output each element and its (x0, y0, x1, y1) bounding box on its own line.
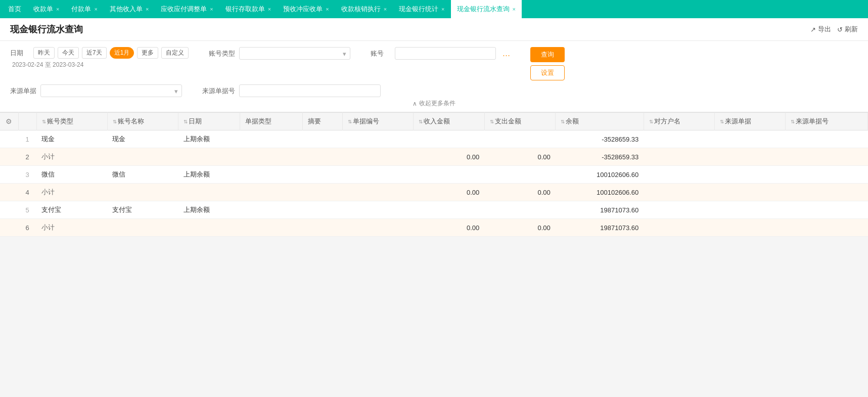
table-row: 1现金现金上期余额-3528659.33 (0, 130, 868, 148)
collapse-filter-row[interactable]: ∧ 收起更多条件 (10, 97, 858, 112)
query-button[interactable]: 查询 (530, 47, 565, 62)
nav-prepay-offset-close[interactable]: × (326, 7, 329, 12)
nav-cash-flow[interactable]: 现金银行流水查询 × (451, 0, 522, 18)
account-dots-icon[interactable]: … (502, 49, 510, 58)
cell-counterpart (644, 201, 714, 219)
cell-expense (484, 201, 555, 219)
col-account-name[interactable]: ⇅账号名称 (107, 113, 178, 130)
table-body: 1现金现金上期余额-3528659.332小计0.000.00-3528659.… (0, 130, 868, 237)
account-type-select[interactable] (239, 47, 350, 60)
cell-counterpart (644, 148, 714, 166)
nav-receipt-close[interactable]: × (56, 7, 59, 12)
cell-source_doc (715, 219, 786, 237)
sort-source-doc-num-icon: ⇅ (791, 119, 795, 124)
cell-row_num: 3 (18, 166, 36, 184)
date-btn-more[interactable]: 更多 (137, 47, 158, 59)
cell-source_doc_num (786, 148, 868, 166)
nav-other-income-close[interactable]: × (146, 7, 149, 12)
col-source-doc-num[interactable]: ⇅来源单据号 (786, 113, 868, 130)
col-income[interactable]: ⇅收入金额 (414, 113, 484, 130)
cell-summary (302, 219, 343, 237)
cell-counterpart (644, 219, 714, 237)
col-counterpart[interactable]: ⇅对方户名 (644, 113, 714, 130)
cell-source_doc_num (786, 201, 868, 219)
cell-account_name: 现金 (107, 130, 178, 148)
nav-ar-ap-adjust[interactable]: 应收应付调整单 × (155, 0, 219, 18)
cell-income (414, 201, 484, 219)
account-number-block: 账号 … (371, 47, 510, 60)
table-row: 6小计0.000.0019871073.60 (0, 219, 868, 237)
cell-source_doc_num (786, 130, 868, 148)
sort-date-icon: ⇅ (184, 119, 188, 124)
date-btn-7days[interactable]: 近7天 (82, 47, 107, 59)
export-button[interactable]: ↗ 导出 (810, 25, 831, 34)
date-btn-1month[interactable]: 近1月 (110, 47, 134, 59)
source-doc-select[interactable] (40, 84, 182, 97)
page-title: 现金银行流水查询 (10, 23, 83, 35)
account-input[interactable] (395, 47, 496, 60)
date-filter-buttons: 昨天 今天 近7天 近1月 更多 自定义 (33, 47, 189, 59)
nav-receipt-verify-close[interactable]: × (384, 7, 387, 12)
date-btn-custom[interactable]: 自定义 (161, 47, 189, 59)
nav-prepay-offset[interactable]: 预收冲应收单 × (277, 0, 335, 18)
nav-payment[interactable]: 付款单 × (65, 0, 103, 18)
sort-source-doc-icon: ⇅ (720, 119, 724, 124)
cell-doc_number (343, 219, 414, 237)
collapse-up-icon: ∧ (413, 100, 417, 107)
data-table: ⚙ ⇅账号类型 ⇅账号名称 ⇅日期 单据类型 摘要 ⇅单据编号 ⇅收入 (0, 112, 868, 237)
nav-bank-deposit-close[interactable]: × (268, 7, 271, 12)
sort-balance-icon: ⇅ (561, 119, 565, 124)
sort-account-name-icon: ⇅ (113, 119, 117, 124)
cell-summary (302, 184, 343, 201)
sort-counterpart-icon: ⇅ (649, 119, 653, 124)
refresh-button[interactable]: ↺ 刷新 (837, 25, 858, 34)
col-doc-number[interactable]: ⇅单据编号 (343, 113, 414, 130)
nav-bank-deposit[interactable]: 银行存取款单 × (219, 0, 277, 18)
nav-home[interactable]: 首页 (2, 0, 27, 18)
nav-payment-close[interactable]: × (94, 7, 97, 12)
col-source-doc[interactable]: ⇅来源单据 (715, 113, 786, 130)
nav-other-income[interactable]: 其他收入单 × (104, 0, 155, 18)
cell-source_doc (715, 166, 786, 184)
nav-cash-stat-label: 现金银行统计 (399, 5, 438, 14)
date-label-row: 日期 昨天 今天 近7天 近1月 更多 自定义 (10, 47, 189, 59)
date-btn-yesterday[interactable]: 昨天 (33, 47, 55, 59)
source-doc-block: 来源单据 ▾ (10, 84, 182, 97)
nav-cash-stat-close[interactable]: × (441, 7, 444, 12)
source-doc-num-input[interactable] (239, 84, 381, 97)
cell-account_type: 小计 (36, 184, 107, 201)
cell-source_doc_num (786, 166, 868, 184)
col-account-type[interactable]: ⇅账号类型 (36, 113, 107, 130)
date-btn-today[interactable]: 今天 (58, 47, 79, 59)
cell-date: 上期余额 (178, 201, 240, 219)
cell-balance: 19871073.60 (556, 219, 644, 237)
col-date[interactable]: ⇅日期 (178, 113, 240, 130)
cell-expense: 0.00 (484, 148, 555, 166)
col-balance[interactable]: ⇅余额 (556, 113, 644, 130)
nav-home-label: 首页 (8, 5, 21, 14)
source-doc-num-label: 来源单据号 (202, 86, 235, 96)
nav-cash-stat[interactable]: 现金银行统计 × (393, 0, 450, 18)
nav-receipt[interactable]: 收款单 × (27, 0, 65, 18)
date-label: 日期 (10, 49, 30, 58)
gear-icon[interactable]: ⚙ (6, 117, 12, 125)
cell-doc_number (343, 166, 414, 184)
cell-config (0, 166, 18, 184)
col-row-num (18, 113, 36, 130)
col-expense[interactable]: ⇅支出金额 (484, 113, 555, 130)
cell-doc_type (240, 130, 302, 148)
nav-cash-flow-label: 现金银行流水查询 (457, 5, 510, 14)
cell-row_num: 5 (18, 201, 36, 219)
cell-summary (302, 166, 343, 184)
date-block: 日期 昨天 今天 近7天 近1月 更多 自定义 2023-02-24 至 202… (10, 47, 189, 69)
cell-income: 0.00 (414, 184, 484, 201)
sort-expense-icon: ⇅ (490, 119, 494, 124)
filter-section-top: 日期 昨天 今天 近7天 近1月 更多 自定义 2023-02-24 至 202… (10, 47, 858, 97)
col-config[interactable]: ⚙ (0, 113, 18, 130)
nav-receipt-verify[interactable]: 收款核销执行 × (335, 0, 393, 18)
action-buttons: 查询 设置 (530, 47, 565, 80)
nav-ar-ap-adjust-close[interactable]: × (210, 7, 213, 12)
settings-button[interactable]: 设置 (530, 65, 565, 80)
top-navigation: 首页 收款单 × 付款单 × 其他收入单 × 应收应付调整单 × 银行存取款单 … (0, 0, 868, 18)
nav-cash-flow-close[interactable]: × (513, 7, 516, 12)
